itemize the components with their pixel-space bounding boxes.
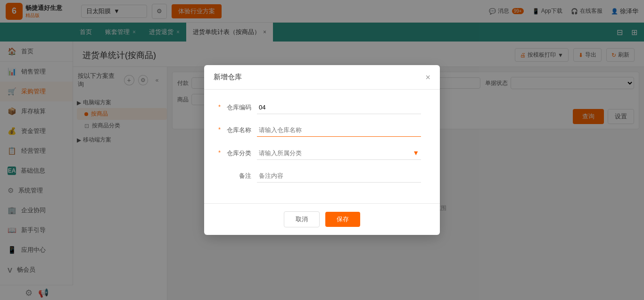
remark-input[interactable] <box>257 169 421 183</box>
modal-title: 新增仓库 <box>214 73 242 82</box>
name-label: 仓库名称 <box>223 126 251 134</box>
form-row-code: 仓库编码 <box>223 101 421 114</box>
warehouse-name-input[interactable] <box>257 124 421 137</box>
modal-header: 新增仓库 × <box>204 65 440 90</box>
warehouse-code-input[interactable] <box>257 101 421 114</box>
category-arrow-icon[interactable]: ▼ <box>413 149 419 157</box>
category-label: 仓库分类 <box>223 149 251 158</box>
form-row-name: 仓库名称 <box>223 124 421 137</box>
modal-close-button[interactable]: × <box>425 73 430 82</box>
remark-label: 备注 <box>223 172 251 180</box>
new-warehouse-modal: 新增仓库 × 仓库编码 仓库名称 仓库分类 ▼ 备注 <box>204 65 440 235</box>
form-row-category: 仓库分类 ▼ <box>223 146 421 160</box>
modal-overlay: 新增仓库 × 仓库编码 仓库名称 仓库分类 ▼ 备注 <box>0 0 644 300</box>
category-select-row: ▼ <box>257 146 421 160</box>
code-label: 仓库编码 <box>223 103 251 112</box>
cancel-button[interactable]: 取消 <box>284 211 320 227</box>
category-input[interactable] <box>259 150 413 157</box>
form-row-remark: 备注 <box>223 169 421 183</box>
modal-footer: 取消 保存 <box>204 203 440 235</box>
save-button[interactable]: 保存 <box>325 212 360 227</box>
modal-body: 仓库编码 仓库名称 仓库分类 ▼ 备注 <box>204 90 440 203</box>
